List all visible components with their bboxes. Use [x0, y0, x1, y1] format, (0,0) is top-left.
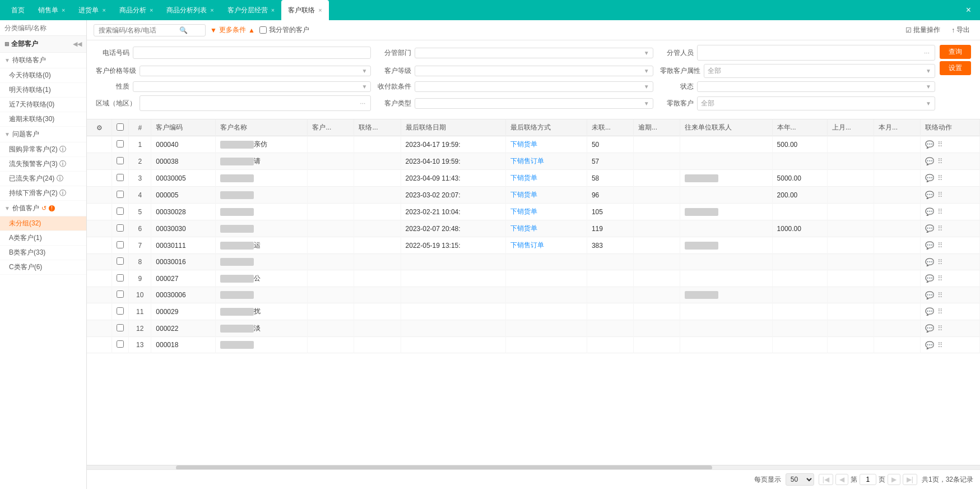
sidebar-item-7days[interactable]: 近7天待联络(0)	[0, 98, 86, 112]
sidebar-item-declining[interactable]: 持续下滑客户(2) ⓘ	[0, 186, 86, 201]
sidebar-item-a-class[interactable]: A类客户(1)	[0, 231, 86, 246]
chat-icon-4[interactable]: 💬	[925, 207, 934, 216]
row-check-10[interactable]	[112, 303, 129, 320]
price-level-select[interactable]: ▼	[140, 66, 371, 76]
close-product-icon[interactable]: ×	[150, 7, 153, 13]
row-checkbox-3[interactable]	[117, 191, 124, 198]
row-check-4[interactable]	[112, 204, 129, 220]
row-check-5[interactable]	[112, 220, 129, 237]
phone-input[interactable]	[133, 47, 371, 59]
row-checkbox-11[interactable]	[117, 324, 124, 331]
retail-attr-select[interactable]: 全部 ▼	[704, 64, 935, 78]
sidebar-item-ungroup[interactable]: 未分组(32)	[0, 216, 86, 231]
sidebar-group-value[interactable]: ▼ 价值客户 ↺ !	[0, 201, 86, 216]
person-select[interactable]: ···	[697, 45, 935, 61]
row-last-method-0[interactable]: 下销货单	[505, 136, 587, 153]
select-all-checkbox[interactable]	[117, 123, 124, 131]
row-last-method-9[interactable]	[505, 287, 587, 303]
contact-method-link-4[interactable]: 下销货单	[510, 207, 537, 215]
chat-icon-1[interactable]: 💬	[925, 157, 934, 165]
page-input[interactable]	[860, 474, 876, 485]
nav-tab-home[interactable]: 首页	[4, 0, 31, 20]
row-last-method-2[interactable]: 下销货单	[505, 170, 587, 187]
my-customers-check[interactable]	[259, 26, 267, 34]
sidebar-item-tomorrow[interactable]: 明天待联络(1)	[0, 83, 86, 98]
row-last-method-12[interactable]	[505, 337, 587, 353]
sidebar-item-churned[interactable]: 已流失客户(24) ⓘ	[0, 172, 86, 186]
row-checkbox-2[interactable]	[117, 174, 124, 181]
dept-select[interactable]: ▼	[415, 48, 653, 58]
row-last-method-1[interactable]: 下销售订单	[505, 153, 587, 170]
sidebar-item-overdue[interactable]: 逾期未联络(30)	[0, 112, 86, 127]
more-icon-1[interactable]: ⠿	[937, 157, 943, 165]
sidebar-search-box[interactable]: 🔍	[0, 20, 86, 36]
row-check-1[interactable]	[112, 153, 129, 170]
nav-tab-sales[interactable]: 销售单 ×	[31, 0, 72, 20]
col-settings[interactable]: ⚙	[87, 119, 112, 136]
row-checkbox-1[interactable]	[117, 157, 124, 164]
row-checkbox-8[interactable]	[117, 274, 124, 282]
contact-method-link-3[interactable]: 下销货单	[510, 191, 537, 199]
search-button[interactable]: 查询	[940, 45, 971, 59]
next-page-button[interactable]: ▶	[888, 474, 900, 485]
more-icon-6[interactable]: ⠿	[937, 241, 943, 250]
nav-tab-purchase[interactable]: 进货单 ×	[72, 0, 112, 20]
sidebar-item-churn-warning[interactable]: 流失预警客户(3) ⓘ	[0, 157, 86, 172]
row-check-9[interactable]	[112, 287, 129, 303]
sidebar-group-pending[interactable]: ▼ 待联络客户	[0, 53, 86, 68]
sidebar-item-abnormal[interactable]: 囤购异常客户(2) ⓘ	[0, 142, 86, 157]
chat-icon-5[interactable]: 💬	[925, 224, 934, 233]
row-check-11[interactable]	[112, 320, 129, 337]
more-icon-0[interactable]: ⠿	[937, 140, 943, 149]
payment-select[interactable]: ▼	[415, 81, 653, 92]
row-last-method-4[interactable]: 下销货单	[505, 204, 587, 220]
row-checkbox-10[interactable]	[117, 307, 124, 315]
first-page-button[interactable]: |◀	[819, 474, 833, 485]
contact-method-link-6[interactable]: 下销售订单	[510, 241, 544, 249]
chat-icon-0[interactable]: 💬	[925, 140, 934, 149]
prev-page-button[interactable]: ◀	[835, 474, 848, 485]
more-icon-11[interactable]: ⠿	[937, 324, 943, 333]
row-last-method-7[interactable]	[505, 254, 587, 270]
filter-search-icon[interactable]: 🔍	[179, 26, 188, 34]
sidebar-search-input[interactable]	[4, 24, 87, 32]
chat-icon-3[interactable]: 💬	[925, 191, 934, 199]
row-last-method-6[interactable]: 下销售订单	[505, 237, 587, 254]
row-check-8[interactable]	[112, 270, 129, 287]
more-icon-5[interactable]: ⠿	[937, 224, 943, 233]
last-page-button[interactable]: ▶|	[903, 474, 917, 485]
row-last-method-11[interactable]	[505, 320, 587, 337]
nature-select[interactable]: ▼	[133, 81, 371, 92]
sidebar-item-today[interactable]: 今天待联络(0)	[0, 68, 86, 83]
row-check-2[interactable]	[112, 170, 129, 187]
contact-method-link-2[interactable]: 下销货单	[510, 174, 537, 182]
row-check-3[interactable]	[112, 187, 129, 204]
contact-method-link-1[interactable]: 下销售订单	[510, 157, 544, 165]
contact-method-link-0[interactable]: 下销货单	[510, 140, 537, 148]
more-icon-2[interactable]: ⠿	[937, 174, 943, 182]
chat-icon-2[interactable]: 💬	[925, 174, 934, 182]
row-checkbox-12[interactable]	[117, 340, 124, 348]
my-customers-checkbox[interactable]: 我分管的客户	[259, 25, 309, 35]
customer-type-select[interactable]: ▼	[415, 98, 653, 109]
export-button[interactable]: ↑ 导出	[948, 24, 973, 36]
sidebar-group-problem[interactable]: ▼ 问题客户	[0, 127, 86, 142]
close-contact-icon[interactable]: ×	[318, 7, 322, 13]
row-last-method-10[interactable]	[505, 303, 587, 320]
per-page-select[interactable]: 50 20 100	[786, 473, 814, 486]
row-checkbox-4[interactable]	[117, 207, 124, 215]
row-check-12[interactable]	[112, 337, 129, 353]
chat-icon-7[interactable]: 💬	[925, 258, 934, 266]
close-purchase-icon[interactable]: ×	[102, 7, 105, 13]
nav-tab-product-list[interactable]: 商品分析列表 ×	[160, 0, 220, 20]
collapse-icon[interactable]: ◀◀	[73, 40, 82, 48]
row-checkbox-9[interactable]	[117, 290, 124, 298]
more-icon-4[interactable]: ⠿	[937, 207, 943, 216]
row-checkbox-5[interactable]	[117, 224, 124, 232]
refresh-icon[interactable]: ↺	[41, 205, 47, 212]
region-more-icon[interactable]: ···	[358, 98, 367, 109]
customer-level-select[interactable]: ▼	[415, 66, 653, 76]
row-checkbox-0[interactable]	[117, 140, 124, 147]
all-customers-header[interactable]: ⊞ 全部客户 ◀◀	[0, 36, 86, 53]
more-icon-9[interactable]: ⠿	[937, 291, 943, 299]
